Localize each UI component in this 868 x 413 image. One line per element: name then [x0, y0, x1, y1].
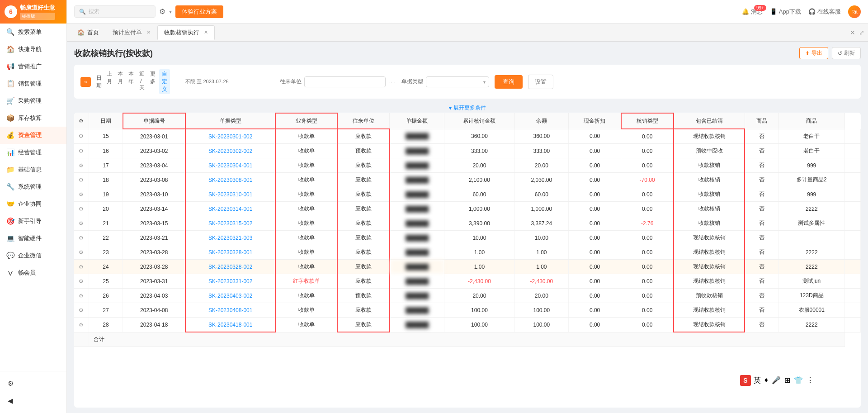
sales-icon: 📋 [6, 80, 14, 88]
export-button[interactable]: ⬆ 导出 [799, 47, 828, 59]
bill-no-link[interactable]: SK-20230308-001 [208, 177, 252, 183]
td-cell[interactable]: SK-20230304-001 [185, 158, 275, 173]
bill-no-link[interactable]: SK-20230302-002 [208, 148, 252, 154]
td-cell: 0.00 [621, 260, 674, 274]
td-cell[interactable]: SK-20230314-001 [185, 202, 275, 216]
td-cell[interactable]: SK-20230328-002 [185, 260, 275, 274]
td-cell: 999 [778, 158, 844, 173]
td-cell[interactable]: SK-20230302-002 [185, 144, 275, 158]
bill-no-link[interactable]: SK-20230328-001 [208, 249, 252, 256]
td-cell: 2023-03-21 [123, 231, 185, 245]
sidebar-item-sales[interactable]: 📋 销售管理 [0, 75, 66, 92]
th-rownum: 日期 [89, 113, 123, 129]
tab-home[interactable]: 🏠 首页 [71, 25, 106, 40]
row-settings-icon: ⚙ [79, 133, 84, 139]
tab-receipt-verify-close-icon[interactable]: ✕ [204, 29, 208, 35]
td-cell[interactable]: SK-20230321-003 [185, 231, 275, 245]
date-7-days[interactable]: 近7天 [137, 69, 146, 94]
inventory-icon: 📦 [6, 114, 14, 122]
sidebar-item-member[interactable]: V 畅会员 [0, 264, 66, 281]
bill-no-link[interactable]: SK-20230310-001 [208, 191, 252, 198]
td-cell: 20 [89, 202, 123, 216]
bill-no-link[interactable]: SK-20230321-003 [208, 235, 252, 241]
sidebar-item-basic[interactable]: 📁 基础信息 [0, 161, 66, 178]
td-cell: 0.00 [569, 260, 621, 274]
row-settings-icon: ⚙ [79, 322, 84, 328]
td-cell[interactable]: SK-20230403-002 [185, 289, 275, 303]
sidebar-item-purchase[interactable]: 🛒 采购管理 [0, 92, 66, 109]
bill-no-link[interactable]: SK-20230314-001 [208, 206, 252, 212]
sidebar-item-wechat[interactable]: 💬 企业微信 [0, 247, 66, 264]
expand-more-button[interactable]: ▾ 展开更多条件 [449, 104, 486, 112]
refresh-button[interactable]: ↺ 刷新 [832, 47, 861, 59]
bill-no-link[interactable]: SK-20230331-002 [208, 278, 252, 285]
bill-type-select[interactable] [426, 76, 489, 87]
sidebar-item-inventory[interactable]: 📦 库存核算 [0, 109, 66, 127]
industry-solution-button[interactable]: 体验行业方案 [175, 5, 223, 18]
search-icon: 🔍 [6, 28, 14, 36]
bill-no-link[interactable]: SK-20230301-002 [208, 133, 252, 140]
td-cell: 2023-03-14 [123, 202, 185, 216]
td-settings: ⚙ [74, 318, 89, 332]
date-more[interactable]: 更多 [148, 69, 157, 94]
td-cell: 60.00 [514, 187, 569, 202]
sidebar-item-system[interactable]: 🔧 系统管理 [0, 178, 66, 195]
td-cell[interactable]: SK-20230308-001 [185, 173, 275, 187]
table-row: ⚙202023-03-14SK-20230314-001收款单应收款██████… [74, 202, 861, 216]
td-cell: 2023-03-01 [123, 129, 185, 144]
notification-bell[interactable]: 🔔 消息 99+ [742, 8, 763, 16]
date-custom-button[interactable]: 自定义 [159, 69, 170, 94]
td-cell[interactable]: SK-20230310-001 [185, 187, 275, 202]
user-avatar[interactable]: Rit [848, 5, 861, 18]
td-cell[interactable]: SK-20230418-001 [185, 318, 275, 332]
sidebar-item-marketing[interactable]: 📢 营销推广 [0, 58, 66, 75]
th-settings[interactable]: ⚙ [74, 113, 89, 129]
sidebar-item-search[interactable]: 🔍 搜索菜单 [0, 24, 66, 41]
sidebar-item-shortcuts[interactable]: 🏠 快捷导航 [0, 41, 66, 58]
filter-settings-button[interactable]: 设置 [528, 75, 553, 89]
expand-more-bar: ▾ 展开更多条件 [74, 104, 861, 112]
date-this-year[interactable]: 本年 [127, 69, 136, 94]
tab-close-all-icon[interactable]: ✕ [850, 29, 855, 36]
sidebar-item-hardware[interactable]: 💻 智能硬件 [0, 230, 66, 247]
td-cell[interactable]: SK-20230331-002 [185, 274, 275, 289]
sidebar-item-guide[interactable]: 🎯 新手引导 [0, 213, 66, 230]
date-this-month[interactable]: 本月 [116, 69, 125, 94]
sidebar-item-settings[interactable]: ⚙ [0, 375, 66, 392]
query-button[interactable]: 查询 [495, 75, 523, 89]
td-settings: ⚙ [74, 144, 89, 158]
settings-gear-icon[interactable]: ⚙ [159, 7, 165, 16]
td-cell[interactable]: SK-20230328-001 [185, 245, 275, 260]
bill-no-link[interactable]: SK-20230304-001 [208, 162, 252, 169]
td-cell: 0.00 [569, 245, 621, 260]
bill-no-link[interactable]: SK-20230315-002 [208, 220, 252, 227]
tab-prepay-close-icon[interactable]: ✕ [146, 29, 151, 35]
bill-no-link[interactable]: SK-20230408-001 [208, 307, 252, 313]
app-download-link[interactable]: 📱 App下载 [770, 8, 801, 16]
date-last-month[interactable]: 上月 [105, 69, 114, 94]
bill-no-link[interactable]: SK-20230403-002 [208, 293, 252, 299]
topbar-right: 🔔 消息 99+ 📱 App下载 🎧 在线客服 Rit [742, 5, 861, 18]
td-cell [844, 216, 860, 231]
td-cell[interactable]: SK-20230408-001 [185, 303, 275, 318]
td-cell: 应收款 [337, 318, 390, 332]
bill-no-link[interactable]: SK-20230328-002 [208, 264, 252, 270]
sidebar-item-funds[interactable]: 💰 资金管理 [0, 127, 66, 144]
partner-filter-input[interactable] [304, 76, 386, 87]
td-cell: 26 [89, 289, 123, 303]
tab-prepay[interactable]: 预计应付单 ✕ [106, 25, 157, 40]
td-cell[interactable]: SK-20230301-002 [185, 129, 275, 144]
sidebar-item-corp[interactable]: 🤝 企业协同 [0, 195, 66, 213]
td-cell[interactable]: SK-20230315-002 [185, 216, 275, 231]
tab-expand-icon[interactable]: ⤢ [859, 29, 864, 36]
td-cell: 红字收款单 [275, 274, 337, 289]
topbar-search-box[interactable]: 🔍 搜索 [74, 5, 156, 18]
filter-toggle-button[interactable]: » [80, 77, 91, 87]
tab-receipt-verify[interactable]: 收款核销执行 ✕ [157, 25, 215, 40]
sidebar-item-collapse[interactable]: ◀ [0, 392, 66, 409]
sidebar-item-operations[interactable]: 📊 经营管理 [0, 144, 66, 161]
th-partner: 往来单位 [337, 113, 390, 129]
online-support-link[interactable]: 🎧 在线客服 [808, 8, 841, 16]
td-cell: 123D商品 [778, 289, 844, 303]
bill-no-link[interactable]: SK-20230418-001 [208, 322, 252, 328]
